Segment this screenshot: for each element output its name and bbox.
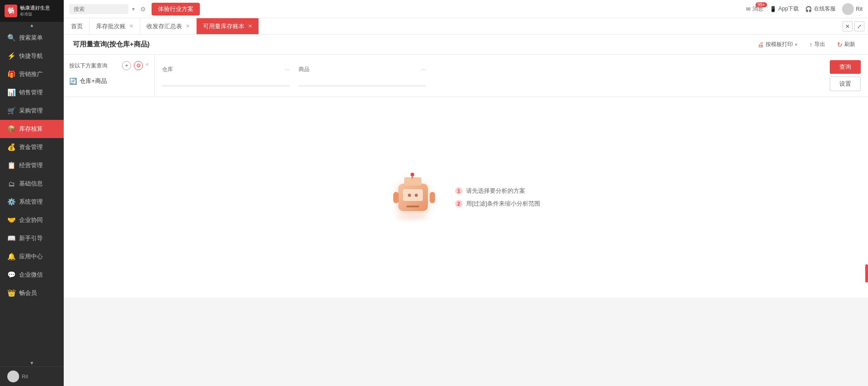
hint-item-2: 2 用[过滤]条件来缩小分析范围 xyxy=(455,200,540,208)
goods-field: 商品 ··· xyxy=(299,66,426,86)
sidebar: 畅 畅康通好生意 标准版 ▲ 🔍 搜索菜单 ⚡ 快捷导航 🎁 营销推广 📊 销售… xyxy=(0,0,64,386)
sidebar-item-system[interactable]: ⚙️ 系统管理 xyxy=(0,193,64,211)
expand-tab-button[interactable]: ⤢ xyxy=(854,21,864,31)
sidebar-item-sales[interactable]: 📊 销售管理 xyxy=(0,83,64,102)
guide-icon: 📖 xyxy=(7,234,15,242)
tab-available-ledger-close[interactable]: ✕ xyxy=(248,23,252,29)
tab-home[interactable]: 首页 xyxy=(64,18,90,35)
sidebar-item-member[interactable]: 👑 畅会员 xyxy=(0,284,64,302)
topbar-search-input[interactable] xyxy=(69,4,128,14)
user-avatar xyxy=(842,3,854,15)
sidebar-item-basic[interactable]: 🗂 基础信息 xyxy=(0,175,64,193)
empty-state: 1 请先选择要分析的方案 2 用[过滤]条件来缩小分析范围 xyxy=(64,97,868,298)
purchase-icon: 🛒 xyxy=(7,107,15,115)
page-content: 可用量查询(按仓库+商品) 🖨 按模板打印 ▾ ↑ 导出 ↻ 刷新 xyxy=(64,35,868,386)
scheme-label: 仓库+商品 xyxy=(80,77,107,85)
wecom-icon: 💬 xyxy=(7,271,15,279)
hint-text-1: 请先选择要分析的方案 xyxy=(466,187,525,195)
tab-batch-account[interactable]: 库存批次账 ✕ xyxy=(90,18,140,35)
hint-item-1: 1 请先选择要分析的方案 xyxy=(455,187,540,195)
sidebar-item-guide[interactable]: 📖 新手引导 xyxy=(0,229,64,247)
sidebar-item-label: 采购管理 xyxy=(19,107,43,115)
topbar-app-download[interactable]: 📱 App下载 xyxy=(770,5,799,13)
page-header-actions: 🖨 按模板打印 ▾ ↑ 导出 ↻ 刷新 xyxy=(754,39,859,50)
topbar-customer-service[interactable]: 🎧 在线客服 xyxy=(805,5,836,13)
app-badge: 标准版 xyxy=(20,11,50,17)
sidebar-item-apps[interactable]: 🔔 应用中心 xyxy=(0,247,64,266)
member-icon: 👑 xyxy=(7,289,15,297)
right-scrollbar[interactable] xyxy=(865,264,868,283)
message-icon: ✉ xyxy=(746,6,751,12)
finance-icon: 💰 xyxy=(7,143,15,151)
hint-num-2: 2 xyxy=(455,200,462,207)
sidebar-item-label: 基础信息 xyxy=(19,180,43,188)
sidebar-user-bottom[interactable]: Rit xyxy=(0,366,64,386)
tab-inventory-summary[interactable]: 收发存汇总表 ✕ xyxy=(140,18,197,35)
sidebar-item-wecom[interactable]: 💬 企业微信 xyxy=(0,266,64,284)
collapse-arrow[interactable]: « xyxy=(146,61,149,70)
trial-button[interactable]: 体验行业方案 xyxy=(152,3,200,15)
add-scheme-button[interactable]: + xyxy=(122,61,131,70)
export-icon: ↑ xyxy=(809,41,812,48)
goods-more-button[interactable]: ··· xyxy=(421,66,426,72)
topbar-gear-icon[interactable]: ⚙ xyxy=(140,5,146,13)
sidebar-item-label: 库存核算 xyxy=(19,125,43,133)
tab-home-label: 首页 xyxy=(71,22,83,31)
page-header: 可用量查询(按仓库+商品) 🖨 按模板打印 ▾ ↑ 导出 ↻ 刷新 xyxy=(64,35,868,55)
query-fields: 仓库 ··· 商品 ··· 查询 设置 xyxy=(155,55,868,97)
tabs-bar: 首页 库存批次账 ✕ 收发存汇总表 ✕ 可用量库存账本 ✕ ✕ ⤢ xyxy=(64,18,868,35)
sidebar-item-label: 资金管理 xyxy=(19,143,43,151)
goods-field-label: 商品 ··· xyxy=(299,66,426,73)
sidebar-item-purchase[interactable]: 🛒 采购管理 xyxy=(0,102,64,120)
sales-icon: 📊 xyxy=(7,88,15,97)
sidebar-item-operations[interactable]: 📋 经营管理 xyxy=(0,156,64,175)
refresh-button[interactable]: ↻ 刷新 xyxy=(833,39,859,50)
print-button[interactable]: 🖨 按模板打印 ▾ xyxy=(754,39,801,50)
sidebar-item-marketing[interactable]: 🎁 营销推广 xyxy=(0,65,64,83)
sidebar-item-label: 搜索菜单 xyxy=(19,34,43,42)
warehouse-input[interactable] xyxy=(162,75,289,86)
topbar-message[interactable]: ✉ 消息 99+ xyxy=(746,5,763,13)
sidebar-item-search[interactable]: 🔍 搜索菜单 xyxy=(0,29,64,47)
empty-hints: 1 请先选择要分析的方案 2 用[过滤]条件来缩小分析范围 xyxy=(455,187,540,208)
topbar-dropdown-arrow[interactable]: ▾ xyxy=(132,6,135,12)
tab-batch-account-close[interactable]: ✕ xyxy=(129,23,133,29)
system-icon: ⚙️ xyxy=(7,198,15,206)
topbar-user[interactable]: Rit xyxy=(842,3,863,15)
query-actions: 查询 设置 xyxy=(830,60,861,91)
export-label: 导出 xyxy=(814,41,825,48)
sidebar-item-shortcut[interactable]: ⚡ 快捷导航 xyxy=(0,47,64,65)
warehouse-field: 仓库 ··· xyxy=(162,66,289,86)
operations-icon: 📋 xyxy=(7,161,15,170)
sidebar-item-inventory[interactable]: 📦 库存核算 xyxy=(0,120,64,138)
sidebar-scroll-up[interactable]: ▲ xyxy=(0,22,64,29)
close-tab-button[interactable]: ✕ xyxy=(843,21,853,31)
sidebar-nav: 🔍 搜索菜单 ⚡ 快捷导航 🎁 营销推广 📊 销售管理 🛒 采购管理 📦 库存核… xyxy=(0,29,64,360)
query-sidebar-header: 按以下方案查询 + ⚙ « xyxy=(64,59,154,74)
scheme-icon: 🔄 xyxy=(69,77,77,85)
refresh-icon: ↻ xyxy=(837,41,843,48)
tab-available-ledger[interactable]: 可用量库存账本 ✕ xyxy=(197,18,259,35)
tab-inventory-summary-label: 收发存汇总表 xyxy=(147,22,182,31)
tab-batch-account-label: 库存批次账 xyxy=(96,22,126,31)
sidebar-item-cooperation[interactable]: 🤝 企业协同 xyxy=(0,211,64,229)
sidebar-avatar xyxy=(7,371,19,382)
query-settings-button[interactable]: 设置 xyxy=(830,77,861,91)
search-button[interactable]: 查询 xyxy=(830,60,861,74)
sidebar-item-label: 系统管理 xyxy=(19,198,43,206)
goods-input[interactable] xyxy=(299,75,426,86)
sidebar-item-label: 快捷导航 xyxy=(19,52,43,60)
query-area: 按以下方案查询 + ⚙ « 🔄 仓库+商品 仓库 ··· xyxy=(64,55,868,97)
query-sidebar-title: 按以下方案查询 xyxy=(69,62,107,70)
main-area: ▾ ⚙ 体验行业方案 ✉ 消息 99+ 📱 App下载 🎧 在线客服 Rit xyxy=(64,0,868,386)
scheme-settings-button[interactable]: ⚙ xyxy=(134,61,143,70)
sidebar-username: Rit xyxy=(22,374,28,379)
sidebar-item-finance[interactable]: 💰 资金管理 xyxy=(0,138,64,156)
export-button[interactable]: ↑ 导出 xyxy=(806,39,829,50)
warehouse-more-button[interactable]: ··· xyxy=(285,66,289,72)
basic-icon: 🗂 xyxy=(7,180,15,188)
sidebar-scroll-down[interactable]: ▼ xyxy=(0,360,64,366)
tab-inventory-summary-close[interactable]: ✕ xyxy=(186,23,190,29)
shortcut-icon: ⚡ xyxy=(7,52,15,60)
query-scheme-item[interactable]: 🔄 仓库+商品 xyxy=(64,74,154,88)
